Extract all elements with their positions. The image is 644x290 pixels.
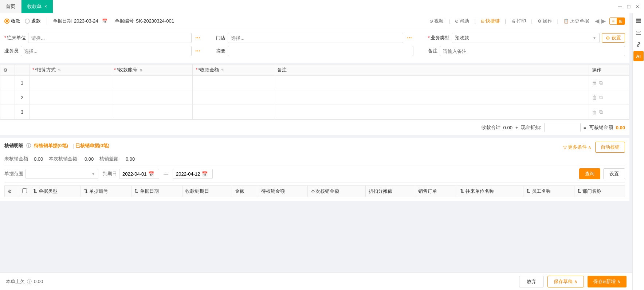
auto-verif-button[interactable]: 自动核销 [595,142,625,153]
nav-home[interactable]: 首页 [0,0,21,13]
counterparty-more-btn[interactable]: ··· [194,35,201,41]
table-cell-settlement-1[interactable] [30,76,111,90]
salesperson-more-btn[interactable]: ··· [194,48,201,54]
business-type-select[interactable]: 预收款 ▼ [452,33,600,43]
radio-receive[interactable]: 收款 [4,18,20,24]
sort-icon-doc-num: ⇅ [84,188,88,194]
table-cell-amount-1[interactable] [193,76,274,90]
select-all-checkbox[interactable] [22,188,27,193]
sort-icon-account: ⇅ [140,68,142,72]
counterparty-input[interactable] [28,33,192,43]
table-cell-settlement-2[interactable] [30,90,111,105]
print-action[interactable]: 🖨 打印 [509,17,528,25]
bottom-table-header-row: ⚙ ⇅ 单据类型 ⇅ 单据编号 ⇅ 单据日期 [5,186,625,197]
save-draft-chevron-icon: ∧ [574,279,578,284]
bottom-table-settings-header: ⚙ [5,186,19,197]
delete-icon-1[interactable]: 🗑 [592,80,597,86]
copy-icon-3[interactable]: ⧉ [599,109,603,115]
due-date-from-input[interactable]: 2022-04-01 📅 [119,169,159,179]
table-cell-account-2[interactable] [111,90,193,105]
calendar-from-icon[interactable]: 📅 [148,171,154,177]
delete-icon-3[interactable]: 🗑 [592,109,597,115]
settings-button[interactable]: ⚙ 设置 [602,33,625,43]
sort-icon-amount: ⇅ [221,68,224,72]
table-header-account: **收款账号 ⇅ [111,64,193,76]
copy-icon-2[interactable]: ⧉ [599,94,603,101]
sidebar-mail-icon[interactable] [633,28,644,38]
collect-total-label: 收款合计 [482,124,500,131]
more-conditions-btn[interactable]: ▽ 更多条件 ∧ [563,144,592,150]
remark-input[interactable] [440,46,625,56]
grid-view-btn[interactable]: ⊞ [617,18,625,24]
current-verif-label: 本次核销金额: [49,156,79,162]
query-button[interactable]: 查询 [579,168,600,179]
main-form: *往来单位 ··· 门店 ··· *业务类型 预收款 ▼ [0,29,629,64]
salesperson-input[interactable] [21,46,192,56]
table-row: 3 🗑 ⧉ [0,105,629,119]
sidebar-link-icon[interactable] [633,39,644,50]
calendar-to-icon[interactable]: 📅 [202,171,208,177]
calendar-icon[interactable]: 📅 [101,18,109,24]
due-date-to-input[interactable]: 2022-04-12 📅 [173,169,213,179]
operation-action[interactable]: ⚙ 操作 [535,17,554,25]
table-cell-amount-2[interactable] [193,90,274,105]
table-header-settlement: **结算方式 ⇅ [30,64,111,76]
save-draft-button[interactable]: 保存草稿 ∧ [547,276,584,287]
store-more-btn[interactable]: ··· [405,35,413,41]
shortcut-action[interactable]: ⊟ 快捷键 [479,17,502,25]
toolbar-right: ⊙ 视频 | ⊙ 帮助 | ⊟ 快捷键 | 🖨 打印 | ⚙ 操作 | 📋 历史… [427,17,625,25]
verif-title: 核销明细 ⓘ 待核销单据(0笔) | 已核销单据(0笔) [4,142,112,149]
copy-icon-1[interactable]: ⧉ [599,80,603,86]
radio-refund[interactable]: 退款 [25,18,41,24]
completed-tab[interactable]: 已核销单据(0笔) [75,142,113,149]
unverified-label: 未核销金额 [4,156,28,162]
table-cell-amount-3[interactable] [193,105,274,119]
sort-icon-doc-type: ⇅ [33,188,37,194]
pending-tab[interactable]: 待核销单据(0笔) [34,142,71,149]
sidebar-ai-icon[interactable]: Ai [633,51,644,61]
history-action[interactable]: 📋 历史单据 [561,17,591,25]
settings-small-button[interactable]: 设置 [603,168,625,179]
nav-tab-active[interactable]: 收款单 × [21,0,53,13]
bottom-header-sales-order: 销售订单 [415,186,457,197]
action-icons-3: 🗑 ⧉ [592,109,626,115]
summary-label: 摘要 [216,48,225,54]
bottom-table-settings-icon[interactable]: ⚙ [8,189,12,194]
table-header-amount: **收款金额 ⇅ [193,64,274,76]
bottom-header-doc-num: ⇅ 单据编号 [81,186,131,197]
table-cell-remark-2[interactable] [274,90,589,105]
nav-tab-close-icon[interactable]: × [44,0,47,13]
table-cell-remark-1[interactable] [274,76,589,90]
delete-icon-2[interactable]: 🗑 [592,95,597,101]
sort-icon-doc-date: ⇅ [134,188,138,194]
help-action[interactable]: ⊙ 帮助 [453,17,471,25]
verif-stats: 未核销金额 0.00 本次核销金额: 0.00 核销差额: 0.00 [4,156,625,162]
svg-rect-2 [636,22,641,23]
footer-info-icon[interactable]: ⓘ [27,278,32,285]
summary-field: 摘要 [216,46,413,56]
table-cell-remark-3[interactable] [274,105,589,119]
prev-arrow-icon[interactable]: ◀ [594,17,600,24]
counterparty-label: *往来单位 [4,35,26,41]
due-date-field: 到期日 2022-04-01 📅 — 2022-04-12 📅 [103,169,213,179]
sidebar-table-icon[interactable] [633,16,644,26]
verif-info-icon[interactable]: ⓘ [26,142,31,149]
minimize-button[interactable]: ─ [616,3,624,10]
store-input[interactable] [228,33,403,43]
table-cell-account-3[interactable] [111,105,193,119]
table-cell-actions-3: 🗑 ⧉ [589,105,629,119]
maximize-button[interactable]: □ [625,3,632,10]
video-action[interactable]: ⊙ 视频 [427,17,446,25]
abandon-button[interactable]: 放弃 [519,276,544,287]
table-settings-icon[interactable]: ⚙ [3,67,8,73]
doc-range-select[interactable]: ▼ [25,169,98,179]
list-view-btn[interactable]: ≡ [610,18,617,24]
store-label: 门店 [216,35,225,41]
discount-input[interactable] [544,123,581,132]
close-button[interactable]: × [634,3,641,10]
summary-input[interactable] [228,46,413,56]
save-new-button[interactable]: 保存&新增 ∧ [588,276,627,287]
table-cell-settlement-3[interactable] [30,105,111,119]
table-cell-account-1[interactable] [111,76,193,90]
next-arrow-icon[interactable]: ▶ [601,17,606,24]
